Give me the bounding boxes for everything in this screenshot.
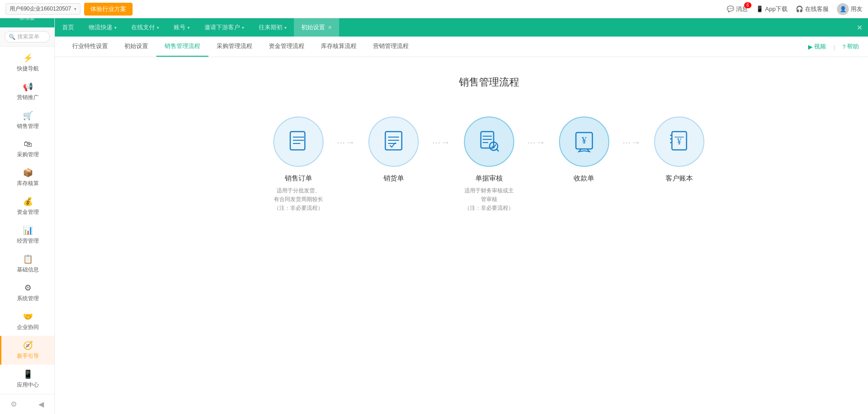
- sub-tab-sales-flow-label: 销售管理流程: [165, 42, 200, 49]
- sidebar-item-appcenter-label: 应用中心: [17, 381, 39, 389]
- account-book-circle[interactable]: ¥: [654, 117, 704, 167]
- nav-tab-invite[interactable]: 邀请下游客户 ▾: [197, 18, 251, 37]
- sidebar-item-quick-label: 快捷导航: [17, 65, 39, 73]
- top-bar-right: 💬 消息 6 📱 App下载 🎧 在线客服 👤 用友: [727, 3, 863, 15]
- sidebar-item-inventory[interactable]: 📦 库存核算: [0, 163, 54, 192]
- help-icon: ?: [842, 43, 846, 50]
- sidebar-bottom: ⚙ ◀: [0, 394, 54, 414]
- avatar: 👤: [837, 3, 849, 15]
- close-icon: ✕: [857, 23, 863, 32]
- user-name-label: 用友: [851, 5, 863, 13]
- sidebar-item-basic-label: 基础信息: [17, 266, 39, 274]
- svg-text:¥: ¥: [581, 134, 586, 146]
- svg-line-13: [496, 149, 499, 151]
- chevron-down-icon: ▾: [284, 25, 287, 30]
- sales-order-title: 销售订单: [285, 174, 312, 183]
- sidebar-item-system-label: 系统管理: [17, 295, 39, 303]
- sub-tab-finance-flow[interactable]: 资金管理流程: [261, 37, 313, 57]
- chevron-down-icon: ▾: [242, 25, 244, 30]
- sub-tab-inventory-flow[interactable]: 库存核算流程: [313, 37, 365, 57]
- sidebar-item-quick[interactable]: ⚡ 快捷导航: [0, 48, 54, 77]
- sidebar: 畅捷通好生意 标准版 🔍 搜索菜单 ⚡ 快捷导航 📢 营销推广 🛒 销售管理 🛍…: [0, 0, 55, 414]
- sidebar-item-marketing-label: 营销推广: [17, 94, 39, 101]
- flow-step-account-book: ¥ 客户账本: [643, 117, 716, 186]
- search-input[interactable]: 🔍 搜索菜单: [5, 31, 50, 42]
- sidebar-item-purchase-label: 采购管理: [17, 151, 39, 159]
- sidebar-item-finance[interactable]: 💰 资金管理: [0, 192, 54, 221]
- main-nav: 首页 物流快递 ▾ 在线支付 ▾ 账号 ▾ 邀请下游客户 ▾ 往来期初 ▾ 初始…: [55, 18, 868, 37]
- sidebar-search-area[interactable]: 🔍 搜索菜单: [0, 27, 54, 47]
- nav-tab-logistics[interactable]: 物流快递 ▾: [81, 18, 124, 37]
- sub-tab-purchase-flow-label: 采购管理流程: [217, 42, 252, 49]
- search-placeholder: 搜索菜单: [17, 33, 39, 41]
- sub-tab-sales-flow[interactable]: 销售管理流程: [156, 37, 208, 57]
- sub-tab-inventory-flow-label: 库存核算流程: [321, 42, 357, 49]
- sales-icon: 🛒: [23, 111, 33, 121]
- sidebar-item-inventory-label: 库存核算: [17, 180, 39, 187]
- sales-order-circle[interactable]: [273, 117, 324, 167]
- sub-tab-marketing-flow[interactable]: 营销管理流程: [365, 37, 417, 57]
- sidebar-item-purchase[interactable]: 🛍 采购管理: [0, 135, 54, 163]
- appcenter-icon: 📱: [23, 369, 33, 379]
- nav-tab-account[interactable]: 账号 ▾: [166, 18, 197, 37]
- nav-tab-account-label: 账号: [174, 23, 186, 32]
- search-icon: 🔍: [9, 34, 16, 40]
- sidebar-item-system[interactable]: ⚙ 系统管理: [0, 278, 54, 307]
- receipt-circle[interactable]: ¥: [559, 117, 609, 167]
- sidebar-nav: ⚡ 快捷导航 📢 营销推广 🛒 销售管理 🛍 采购管理 📦 库存核算 💰 资金管…: [0, 47, 54, 394]
- sidebar-settings-button[interactable]: ⚙: [7, 398, 21, 410]
- help-button[interactable]: ? 帮助: [842, 42, 859, 51]
- flow-step-audit: 单据审核 适用于财务审核或主管审核（注：非必要流程）: [453, 117, 526, 213]
- sidebar-item-appcenter[interactable]: 📱 应用中心: [0, 365, 54, 393]
- online-service-button[interactable]: 🎧 在线客服: [796, 5, 829, 13]
- sidebar-item-collab[interactable]: 🤝 企业协同: [0, 307, 54, 336]
- experience-button[interactable]: 体验行业方案: [84, 3, 133, 16]
- video-button[interactable]: ▶ 视频: [808, 42, 826, 51]
- flow-step-receipt: ¥ 收款单: [548, 117, 621, 186]
- sub-tab-actions: ▶ 视频 | ? 帮助: [808, 42, 859, 51]
- sidebar-item-guide-label: 新手引导: [17, 352, 39, 360]
- user-profile-button[interactable]: 👤 用友: [837, 3, 863, 15]
- sidebar-item-basic[interactable]: 📋 基础信息: [0, 249, 54, 278]
- message-badge: 6: [744, 2, 751, 8]
- flow-step-sales-order: 销售订单 适用于分批发货、有合同发货周期较长（注：非必要流程）: [262, 117, 335, 213]
- flow-title: 销售管理流程: [128, 75, 850, 89]
- receipt-title: 收款单: [574, 174, 594, 183]
- svg-text:¥: ¥: [677, 137, 682, 146]
- nav-tab-period[interactable]: 往来期初 ▾: [251, 18, 294, 37]
- nav-tab-logistics-label: 物流快递: [89, 23, 112, 32]
- sidebar-item-guide[interactable]: 🧭 新手引导: [0, 336, 54, 365]
- sub-tab-initial-label: 初始设置: [124, 42, 148, 49]
- sidebar-item-sales[interactable]: 🛒 销售管理: [0, 106, 54, 135]
- sub-tab-initial[interactable]: 初始设置: [116, 37, 156, 57]
- nav-tab-init[interactable]: 初始设置 ✕: [294, 18, 339, 37]
- audit-circle[interactable]: [464, 117, 514, 167]
- main-nav-close-button[interactable]: ✕: [851, 18, 868, 37]
- sales-invoice-circle[interactable]: [368, 117, 419, 167]
- inventory-icon: 📦: [23, 168, 33, 178]
- flow-content: 销售管理流程 销售订单 适用于分批发货、有合同发货周期较长（注：非必要流程） ·…: [55, 57, 868, 231]
- app-download-button[interactable]: 📱 App下载: [756, 5, 788, 13]
- nav-tab-home[interactable]: 首页: [55, 18, 81, 37]
- sidebar-collapse-button[interactable]: ◀: [35, 398, 48, 410]
- purchase-icon: 🛍: [24, 139, 32, 149]
- video-icon: ▶: [808, 43, 813, 50]
- sub-tabs: 行业特性设置 初始设置 销售管理流程 采购管理流程 资金管理流程 库存核算流程 …: [55, 37, 868, 57]
- headset-icon: 🎧: [796, 5, 803, 12]
- sidebar-item-sales-label: 销售管理: [17, 122, 39, 130]
- sub-tab-purchase-flow[interactable]: 采购管理流程: [208, 37, 261, 57]
- system-icon: ⚙: [24, 283, 32, 293]
- close-icon[interactable]: ✕: [328, 25, 332, 31]
- marketing-icon: 📢: [23, 82, 33, 92]
- top-bar: 用户690企业1660120507 ▾ 体验行业方案 💬 消息 6 📱 App下…: [0, 0, 868, 18]
- nav-tab-payment[interactable]: 在线支付 ▾: [124, 18, 166, 37]
- user-selector[interactable]: 用户690企业1660120507 ▾: [5, 3, 80, 15]
- user-selector-label: 用户690企业1660120507: [10, 5, 71, 13]
- sub-tab-industry[interactable]: 行业特性设置: [64, 37, 116, 57]
- sidebar-item-operation[interactable]: 📊 经营管理: [0, 221, 54, 249]
- finance-icon: 💰: [23, 196, 33, 207]
- chevron-down-icon: ▾: [114, 25, 117, 30]
- help-label: 帮助: [847, 42, 859, 51]
- sidebar-item-marketing[interactable]: 📢 营销推广: [0, 77, 54, 106]
- message-button[interactable]: 💬 消息 6: [727, 5, 748, 13]
